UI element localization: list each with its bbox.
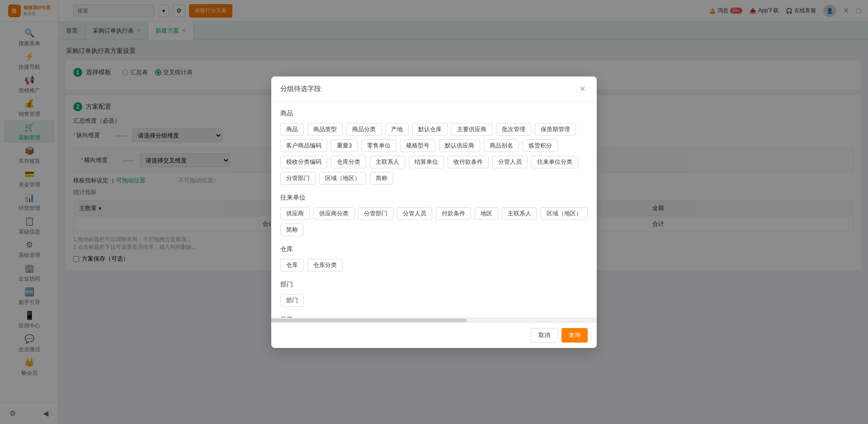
field-tag[interactable]: 商品类型 [307,123,343,136]
field-tag[interactable]: 主联系人 [370,156,405,168]
field-tags-department: 部门 [280,294,588,307]
field-tag[interactable]: 付款条件 [436,207,471,220]
field-tag[interactable]: 批次管理 [496,123,531,136]
modal-body: 商品 商品 商品类型 商品分类 产地 默认仓库 主要供应商 批次管理 保质期管理… [271,102,597,318]
field-group-warehouse-title: 仓库 [280,245,588,253]
field-tag[interactable]: 零售单位 [361,139,396,152]
field-tag[interactable]: 部门 [280,294,304,307]
field-tag[interactable]: 商品 [280,123,304,136]
modal-cancel-btn[interactable]: 取消 [531,328,558,343]
field-group-department-title: 部门 [280,281,588,289]
field-tag[interactable]: 分管人员 [492,156,528,168]
modal-close-btn[interactable]: ✕ [577,84,588,95]
field-tag[interactable]: 仓库分类 [307,259,343,272]
field-tag[interactable]: 地区 [475,207,498,220]
field-tag[interactable]: 供应商 [280,207,310,220]
field-tag[interactable]: 分管部门 [280,172,316,185]
field-tag[interactable]: 默认仓库 [412,123,448,136]
field-tag[interactable]: 税收分类编码 [280,156,327,168]
field-tag[interactable]: 分管人员 [397,207,432,220]
field-group-counterparty: 往来单位 供应商 供应商分类 分管部门 分管人员 付款条件 地区 主联系人 区域… [280,194,588,236]
field-tag[interactable]: 商品分类 [346,123,382,136]
field-tag[interactable]: 产地 [385,123,409,136]
field-tag[interactable]: 仓库 [280,259,304,272]
modal: 分组待选字段 ✕ 商品 商品 商品类型 商品分类 产地 默认仓库 主要供应商 批… [271,76,597,348]
field-group-goods-title: 商品 [280,110,588,118]
field-tag[interactable]: 结算单位 [409,156,444,168]
field-tag[interactable]: 仓库分类 [331,156,366,168]
field-group-counterparty-title: 往来单位 [280,194,588,202]
field-tags-warehouse: 仓库 仓库分类 [280,259,588,272]
field-tag[interactable]: 收付款条件 [448,156,489,168]
field-tag[interactable]: 分管部门 [358,207,393,220]
field-group-goods: 商品 商品 商品类型 商品分类 产地 默认仓库 主要供应商 批次管理 保质期管理… [280,110,588,185]
field-tag[interactable]: 默认供应商 [439,139,480,152]
field-tag[interactable]: 区域（地区） [319,172,366,185]
field-tag[interactable]: 规格型号 [400,139,435,152]
field-tag[interactable]: 往来单位分类 [531,156,578,168]
field-tag[interactable]: 供应商分类 [313,207,354,220]
field-tag[interactable]: 区域（地区） [541,207,588,220]
field-tag[interactable]: 商品别名 [484,139,519,152]
field-group-warehouse: 仓库 仓库 仓库分类 [280,245,588,272]
field-tag[interactable]: 重量3 [331,139,358,152]
modal-header: 分组待选字段 ✕ [271,76,597,102]
modal-footer: 取消 查询 [271,322,597,348]
modal-title: 分组待选字段 [280,85,321,93]
field-tag[interactable]: 客户商品编码 [280,139,327,152]
field-tag[interactable]: 主联系人 [502,207,537,220]
field-tag[interactable]: 简称 [280,224,304,236]
modal-hscroll-thumb [271,319,467,322]
field-tag[interactable]: 保质期管理 [535,123,576,136]
modal-hscrollbar[interactable] [271,318,597,322]
modal-confirm-btn[interactable]: 查询 [561,328,588,343]
field-group-department: 部门 部门 [280,281,588,307]
field-tags-goods: 商品 商品类型 商品分类 产地 默认仓库 主要供应商 批次管理 保质期管理 客户… [280,123,588,185]
field-tags-counterparty: 供应商 供应商分类 分管部门 分管人员 付款条件 地区 主联系人 区域（地区） … [280,207,588,236]
field-tag[interactable]: 简称 [370,172,393,185]
field-tag[interactable]: 炼货积分 [523,139,558,152]
field-tag[interactable]: 主要供应商 [451,123,492,136]
modal-overlay: 分组待选字段 ✕ 商品 商品 商品类型 商品分类 产地 默认仓库 主要供应商 批… [0,0,868,424]
